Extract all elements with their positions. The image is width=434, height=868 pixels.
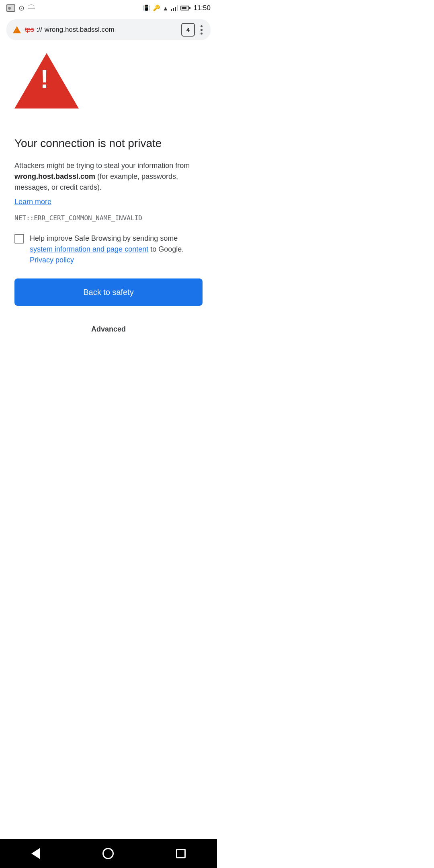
wireless-icon: ⊙: [18, 4, 25, 12]
kebab-dot-2: [201, 29, 203, 31]
photo-icon: [6, 4, 15, 12]
overflow-menu-button[interactable]: [199, 24, 204, 36]
main-content: Your connection is not private Attackers…: [0, 43, 217, 348]
address-bar[interactable]: tps :// wrong.host.badssl.com 4: [6, 19, 211, 40]
warning-triangle-large: [14, 53, 79, 108]
status-bar: ⊙ ⌒ 📳 🔑 ▲ 11:50: [0, 0, 217, 16]
signal-icon: [171, 5, 178, 11]
status-time: 11:50: [193, 4, 211, 12]
url-host: ://: [37, 26, 42, 34]
back-to-safety-button[interactable]: Back to safety: [14, 278, 203, 306]
body-text-1: Attackers might be trying to steal your …: [14, 162, 190, 170]
checkbox-text: Help improve Safe Browsing by sending so…: [30, 233, 203, 266]
vibrate-icon: 📳: [143, 4, 150, 12]
checkbox-label-2: to Google.: [148, 245, 184, 253]
url-display: tps :// wrong.host.badssl.com: [25, 26, 177, 34]
url-protocol: tps: [25, 26, 34, 34]
warning-icon-container: [14, 53, 203, 123]
no-headphone-icon: ⌒: [28, 3, 35, 13]
advanced-button[interactable]: Advanced: [14, 319, 203, 340]
checkbox-label-1: Help improve Safe Browsing by sending so…: [30, 234, 178, 242]
status-bar-right-icons: 📳 🔑 ▲ 11:50: [143, 4, 211, 12]
site-name: wrong.host.badssl.com: [14, 172, 95, 180]
security-warning-icon: [13, 26, 21, 33]
key-icon: 🔑: [153, 4, 160, 12]
kebab-dot-1: [201, 25, 203, 27]
battery-icon: [180, 6, 189, 10]
safe-browsing-checkbox[interactable]: [14, 234, 24, 244]
learn-more-link[interactable]: Learn more: [14, 198, 51, 206]
privacy-policy-link[interactable]: Privacy policy: [30, 256, 74, 264]
page-headline: Your connection is not private: [14, 136, 203, 151]
error-code: NET::ERR_CERT_COMMON_NAME_INVALID: [14, 214, 203, 222]
body-description: Attackers might be trying to steal your …: [14, 160, 203, 193]
url-path: wrong.host.badssl.com: [45, 26, 115, 34]
system-info-link[interactable]: system information and page content: [30, 245, 148, 253]
tabs-count-badge[interactable]: 4: [181, 23, 195, 37]
kebab-dot-3: [201, 33, 203, 35]
status-bar-left-icons: ⊙ ⌒: [6, 3, 35, 13]
wifi-icon: ▲: [163, 5, 169, 12]
safe-browsing-checkbox-row: Help improve Safe Browsing by sending so…: [14, 233, 203, 266]
